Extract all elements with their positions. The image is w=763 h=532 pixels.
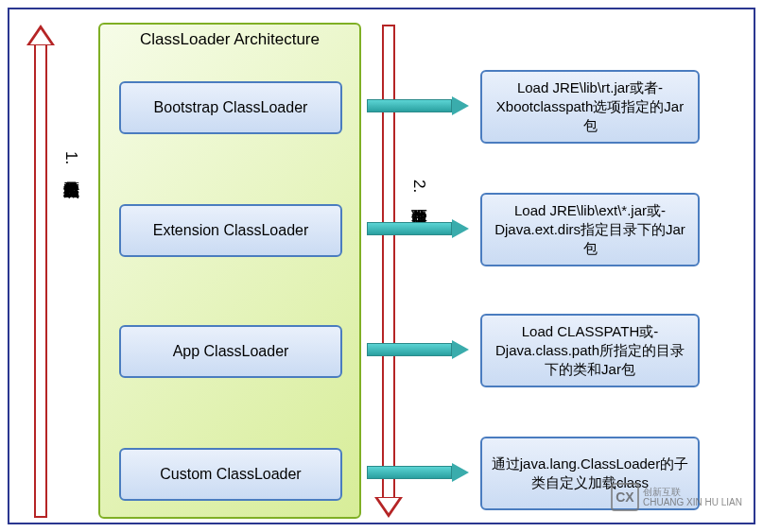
loader-custom: Custom ClassLoader (119, 448, 342, 501)
desc-bootstrap: Load JRE\lib\rt.jar或者-Xbootclasspath选项指定… (480, 70, 700, 144)
arrow-right-icon (367, 463, 469, 482)
desc-extension: Load JRE\lib\ext\*.jar或-Djava.ext.dirs指定… (480, 193, 700, 266)
logo-en: CHUANG XIN HU LIAN (643, 497, 742, 507)
diagram-frame: 1. 自底向上检查类是否已经加载 ClassLoader Architectur… (8, 8, 755, 524)
diagram-title: ClassLoader Architecture (100, 30, 359, 49)
loader-bootstrap: Bootstrap ClassLoader (119, 81, 342, 134)
arrow-right-icon (367, 340, 469, 359)
watermark-logo: CX 创新互联 CHUANG XIN HU LIAN (611, 483, 742, 511)
left-arrow-label: 1. 自底向上检查类是否已经加载 (61, 151, 82, 387)
logo-icon: CX (611, 483, 639, 511)
loader-extension: Extension ClassLoader (119, 204, 342, 257)
arrow-up-icon (26, 25, 55, 518)
logo-cn: 创新互联 (643, 487, 742, 497)
arrow-right-icon (367, 219, 469, 238)
arrow-right-icon (367, 96, 469, 115)
loader-app: App ClassLoader (119, 325, 342, 378)
classloader-container: ClassLoader Architecture Bootstrap Class… (98, 23, 361, 519)
desc-app: Load CLASSPATH或-Djava.class.path所指定的目录下的… (480, 314, 700, 387)
